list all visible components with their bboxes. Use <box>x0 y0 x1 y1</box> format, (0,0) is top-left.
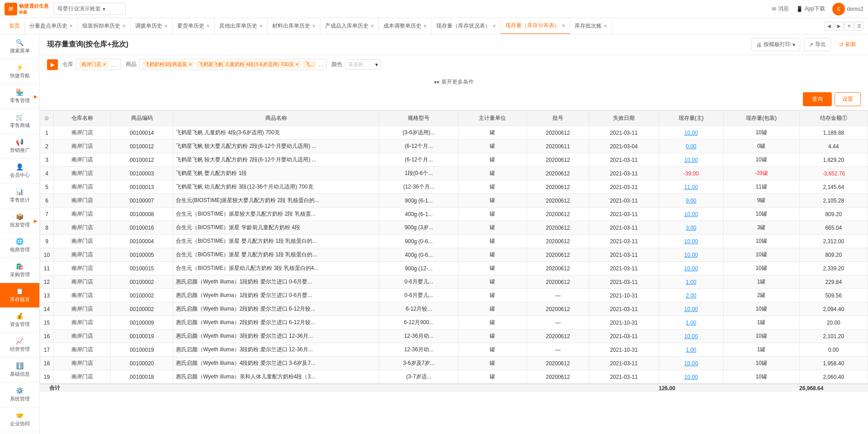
row-qty[interactable]: 10.00 <box>659 248 723 262</box>
row-batch: 20200612 <box>527 357 589 370</box>
warehouse-more[interactable]: … <box>110 61 116 68</box>
sidebar-item-system[interactable]: ⚙️ 系统管理 <box>0 382 39 407</box>
column-settings-icon[interactable]: ⚙ <box>44 115 49 122</box>
product-tag-1-close[interactable]: ✕ <box>189 62 192 67</box>
close-tab-cost-adjust[interactable]: ✕ <box>423 24 427 28</box>
row-name: 飞鹤星飞帆 婴儿配方奶粉 1段 <box>173 167 379 180</box>
row-spec: (3-7岁适... <box>379 370 458 384</box>
color-select[interactable]: 请选择 ▾ <box>345 59 381 70</box>
product-filter[interactable]: 飞鹤奶粉3段两提装 ✕ 飞鹤星飞帆 儿童奶粉 4段(3-6岁适用) 700克 ✕… <box>139 59 327 70</box>
user-profile[interactable]: E demo2 <box>832 3 863 15</box>
close-tab-split[interactable]: ✕ <box>69 24 73 28</box>
row-no: 12 <box>40 275 54 289</box>
export-btn[interactable]: ↗ 导出 <box>804 38 831 51</box>
col-settings[interactable]: ⚙ <box>40 111 54 126</box>
row-qty[interactable]: 1.00 <box>659 275 723 289</box>
row-qty[interactable]: 10.00 <box>659 357 723 370</box>
sidebar-item-marketing[interactable]: 📢 营销推广 <box>0 134 39 159</box>
close-tab-product-in[interactable]: ✕ <box>370 24 374 28</box>
app-download-btn[interactable]: 📱 App下载 <box>796 5 825 13</box>
expand-more-btn[interactable]: ▾▾ 展开更多条件 <box>430 76 477 88</box>
close-tab-warehouse-batch[interactable]: ✕ <box>604 24 607 28</box>
product-more[interactable]: … <box>318 61 324 68</box>
row-qty[interactable]: 10.00 <box>659 235 723 248</box>
row-qty[interactable]: -39.00 <box>659 167 723 180</box>
row-qty[interactable]: 10.00 <box>659 126 723 140</box>
row-qty[interactable]: 0.00 <box>659 140 723 153</box>
tab-material-out[interactable]: 材料出库单历史 ✕ <box>268 18 321 34</box>
row-unit: 罐 <box>458 235 527 248</box>
sidebar-item-operation[interactable]: 📈 经营管理 <box>0 333 39 358</box>
sidebar-item-member[interactable]: 👤 会员中心 <box>0 159 39 184</box>
close-tab-dismantle[interactable]: ✕ <box>122 24 126 28</box>
tab-pickup[interactable]: 要货单历史 ✕ <box>173 18 215 34</box>
nav-next-btn[interactable]: ▶ <box>835 22 844 31</box>
nav-menu-btn[interactable]: ☰ <box>854 22 863 31</box>
row-expire: 2021-03-04 <box>589 140 659 153</box>
tab-dismantle[interactable]: 组装拆卸单历史 ✕ <box>78 18 131 34</box>
sidebar-item-mall[interactable]: 🛒 零售商城 <box>0 109 39 134</box>
refresh-btn[interactable]: ↺ 刷新 <box>835 38 861 51</box>
tab-warehouse-batch[interactable]: 库存批次账 ✕ <box>570 18 612 34</box>
message-btn[interactable]: ✉ 消息 <box>772 5 789 13</box>
row-qty[interactable]: 10.00 <box>659 153 723 167</box>
tab-inv-status[interactable]: 现存量（库存状况表） ✕ <box>432 18 501 34</box>
sidebar-item-corp[interactable]: 🤝 企业协同 <box>0 407 39 432</box>
sidebar-item-basic[interactable]: ℹ️ 基础信息 <box>0 358 39 382</box>
sidebar-item-search[interactable]: 🔍 搜索英单 <box>0 34 39 59</box>
tab-cost-adjust[interactable]: 成本调整单历史 ✕ <box>379 18 432 34</box>
tab-inv-dist[interactable]: 现存量（库存分布表） ✕ <box>501 18 570 34</box>
sidebar-item-guide[interactable]: 🎯 新手引导 <box>0 432 39 434</box>
row-qty[interactable]: 1.00 <box>659 316 723 330</box>
table-footer: 合计 126.00 26,968.64 <box>40 384 868 392</box>
row-qty[interactable]: 10.00 <box>659 330 723 343</box>
warehouse-filter[interactable]: 南岸门店 ✕ … <box>76 59 121 70</box>
sidebar-item-wholesale[interactable]: 📦 批发管理 ▶ <box>0 208 39 233</box>
tab-other-out[interactable]: 其他出库单历史 ✕ <box>215 18 268 34</box>
account-selector[interactable]: 母婴行业演示账套 ▾ <box>53 3 126 15</box>
row-qty[interactable]: 10.00 <box>659 302 723 316</box>
row-no: 1 <box>40 126 54 140</box>
sidebar-item-shortcut[interactable]: ⚡ 快捷导航 <box>0 59 39 84</box>
filter-expand-btn[interactable]: ▶ <box>47 59 58 70</box>
warehouse-tag-close[interactable]: ✕ <box>103 62 106 67</box>
print-label: 按模板打印 <box>764 41 791 48</box>
nav-close-btn[interactable]: ✕ <box>844 22 854 31</box>
row-qty[interactable]: 11.00 <box>659 180 723 194</box>
row-qty[interactable]: 3.00 <box>659 221 723 235</box>
close-tab-transfer[interactable]: ✕ <box>164 24 168 28</box>
nav-prev-btn[interactable]: ◀ <box>825 22 834 31</box>
tab-home[interactable]: 首页 <box>5 18 25 34</box>
row-amount: 1,958.40 <box>799 357 868 370</box>
tab-product-in[interactable]: 产成品入库单历史 ✕ <box>321 18 379 34</box>
query-btn[interactable]: 查询 <box>803 92 832 106</box>
row-qty[interactable]: 2.00 <box>659 289 723 302</box>
sidebar-item-purchase[interactable]: 🛍️ 采购管理 <box>0 258 39 283</box>
tab-transfer[interactable]: 调拨单历史 ✕ <box>131 18 173 34</box>
close-tab-other-out[interactable]: ✕ <box>259 24 263 28</box>
row-qty[interactable]: 9.00 <box>659 194 723 208</box>
row-code: 00100018 <box>111 370 173 384</box>
row-qty[interactable]: 10.00 <box>659 370 723 384</box>
sidebar-item-stats[interactable]: 📊 零售统计 <box>0 184 39 208</box>
sidebar-item-ecom[interactable]: 🌐 电商管理 <box>0 233 39 258</box>
close-tab-material-out[interactable]: ✕ <box>312 24 316 28</box>
product-tag-2-close[interactable]: ✕ <box>295 62 299 67</box>
sidebar-label-mall: 零售商城 <box>10 122 30 129</box>
row-name: 合生元（BIOSTIME）派星幼儿配方奶粉 3段 乳核蛋白的4... <box>173 262 379 275</box>
row-qty[interactable]: 10.00 <box>659 208 723 221</box>
sidebar-item-inventory[interactable]: 📋 库存核算 <box>0 283 39 308</box>
close-tab-pickup[interactable]: ✕ <box>206 24 210 28</box>
row-qty[interactable]: 1.00 <box>659 343 723 357</box>
sidebar-item-finance[interactable]: 💰 资金管理 <box>0 308 39 333</box>
row-qty[interactable]: 10.00 <box>659 262 723 275</box>
row-unit: 罐 <box>458 180 527 194</box>
tab-split[interactable]: 分量盘点单历史 ✕ <box>25 18 78 34</box>
mall-icon: 🛒 <box>16 113 24 121</box>
row-qty-pkg: 10罐 <box>723 357 799 370</box>
print-btn[interactable]: 🖨 按模板打印 ▾ <box>751 38 800 51</box>
settings-btn[interactable]: 设置 <box>835 92 861 106</box>
close-tab-inv-status[interactable]: ✕ <box>492 24 496 28</box>
close-tab-inv-dist[interactable]: ✕ <box>561 23 565 28</box>
sidebar-item-retail[interactable]: 🏪 零售管理 ▶ <box>0 84 39 109</box>
